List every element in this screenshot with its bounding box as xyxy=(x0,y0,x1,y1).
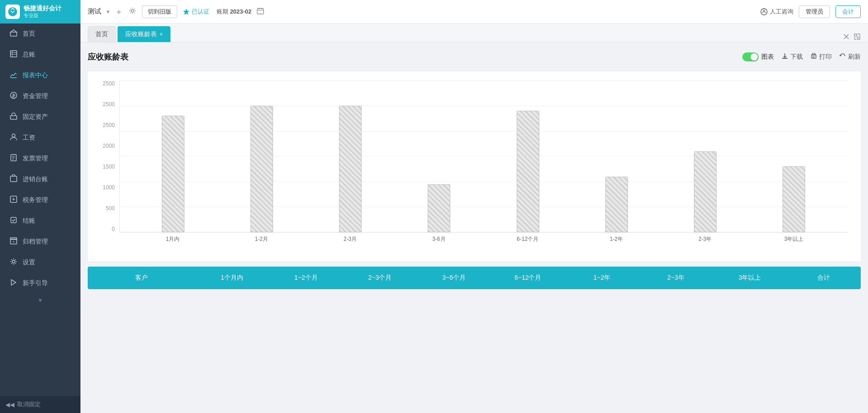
table-header-cell-6: 1~2年 xyxy=(565,267,639,289)
company-name: 测试 xyxy=(88,7,101,16)
tab-home[interactable]: 首页 xyxy=(88,26,116,42)
print-btn[interactable]: 打印 xyxy=(810,52,832,61)
chart-bar-group xyxy=(694,80,717,232)
table-header-cell-9: 合计 xyxy=(787,267,861,289)
sidebar-logo: 畅捷通好会计 专业版 xyxy=(0,0,80,23)
role-btn[interactable]: 会计 xyxy=(835,5,861,18)
purchase-label: 进销台账 xyxy=(23,175,48,183)
tabs-right-actions xyxy=(843,33,861,42)
tabs-bar: 首页 应收账龄表 × xyxy=(80,23,868,42)
capital-label: 资金管理 xyxy=(23,92,48,100)
sidebar-item-invoice[interactable]: 发票管理 xyxy=(0,148,80,169)
add-button[interactable]: ＋ xyxy=(115,6,123,17)
sidebar-item-archive[interactable]: 归档管理 xyxy=(0,231,80,252)
guide-icon xyxy=(9,278,18,288)
tab-close-icon[interactable]: × xyxy=(160,31,163,38)
cancel-fixed-btn[interactable]: ◀◀ 取消固定 xyxy=(0,396,80,413)
y-label-2000: 2000 xyxy=(103,143,115,149)
sidebar-item-assets[interactable]: 固定资产 xyxy=(0,107,80,127)
chart-bars xyxy=(120,80,847,232)
refresh-label: 刷新 xyxy=(848,53,861,61)
y-label-500: 500 xyxy=(106,205,115,211)
cancel-fixed-label: 取消固定 xyxy=(17,400,41,408)
sidebar-item-ledger[interactable]: 总账 xyxy=(0,44,80,65)
settings-button[interactable] xyxy=(128,7,137,17)
sidebar-item-settings[interactable]: 设置 xyxy=(0,252,80,273)
chart-x-labels: 1月内1-2月2-3月3-6月6-12个月1-2年2-3年3年以上 xyxy=(119,233,847,243)
chart-bar-6 xyxy=(694,151,717,232)
salary-label: 工资 xyxy=(23,134,35,142)
closing-icon xyxy=(9,216,18,226)
chart-bar-1 xyxy=(250,106,273,232)
switch-old-version-btn[interactable]: 切到旧版 xyxy=(142,5,177,18)
svg-rect-20 xyxy=(10,238,17,239)
pin-icon: ◀◀ xyxy=(5,401,14,408)
home-label: 首页 xyxy=(23,30,35,38)
svg-rect-33 xyxy=(854,34,857,36)
tax-icon xyxy=(9,195,18,205)
tab-receivable-label: 应收账龄表 xyxy=(125,30,157,38)
svg-point-24 xyxy=(131,9,134,12)
chart-bar-7 xyxy=(783,166,805,232)
sidebar: 畅捷通好会计 专业版 首页 总 xyxy=(0,0,80,413)
sidebar-item-closing[interactable]: 结账 xyxy=(0,211,80,231)
tab-expand-btn[interactable] xyxy=(854,33,861,42)
period-label: 账期 2023-02 xyxy=(217,8,251,16)
salary-icon xyxy=(9,133,18,143)
svg-marker-23 xyxy=(11,280,16,285)
svg-point-9 xyxy=(12,134,15,137)
sidebar-item-home[interactable]: 首页 xyxy=(0,23,80,44)
chart-y-axis: 2500 2500 2500 2000 1500 1000 500 0 xyxy=(97,80,119,243)
toggle-knob xyxy=(750,53,758,61)
chart-toggle[interactable]: 图表 xyxy=(742,52,774,61)
table-header-cell-5: 6~12个月 xyxy=(491,267,565,289)
guide-label: 新手引导 xyxy=(23,279,48,287)
svg-rect-39 xyxy=(782,58,788,59)
sidebar-item-purchase[interactable]: 进销台账 xyxy=(0,169,80,190)
chart-x-label-0: 1月内 xyxy=(161,235,184,243)
tab-home-label: 首页 xyxy=(95,30,108,38)
table-header-cell-7: 2~3年 xyxy=(639,267,713,289)
reports-icon xyxy=(9,70,18,80)
y-label-0: 0 xyxy=(112,226,115,232)
closing-label: 结账 xyxy=(23,217,35,225)
user-btn[interactable]: 管理员 xyxy=(799,5,830,18)
chart-bar-group xyxy=(162,80,184,232)
sidebar-logo-text: 畅捷通好会计 专业版 xyxy=(24,5,61,19)
topbar: 测试 ▾ ＋ 切到旧版 已认证 账期 2023-02 xyxy=(80,0,868,23)
svg-rect-8 xyxy=(10,116,17,119)
svg-rect-14 xyxy=(10,176,17,182)
tab-receivable[interactable]: 应收账龄表 × xyxy=(118,26,170,42)
certified-badge: 已认证 xyxy=(183,8,209,16)
download-btn[interactable]: 下载 xyxy=(781,52,803,61)
tax-label: 税务管理 xyxy=(23,196,48,204)
chart-bar-group xyxy=(783,80,805,232)
chart-bar-2 xyxy=(339,106,362,232)
sidebar-item-capital[interactable]: 资金管理 xyxy=(0,86,80,107)
sidebar-item-salary[interactable]: 工资 xyxy=(0,127,80,148)
invoice-icon xyxy=(9,154,18,164)
svg-rect-34 xyxy=(858,37,860,39)
chart-x-label-3: 3-6月 xyxy=(428,235,450,243)
ledger-icon xyxy=(9,50,18,60)
calendar-icon[interactable] xyxy=(257,7,264,16)
svg-rect-1 xyxy=(10,32,17,36)
sidebar-item-reports[interactable]: 报表中心 xyxy=(0,65,80,86)
y-label-1500: 1500 xyxy=(103,164,115,170)
svg-rect-41 xyxy=(812,53,815,55)
table-header-cell-0: 客户 xyxy=(88,267,195,289)
refresh-btn[interactable]: 刷新 xyxy=(839,52,861,61)
chart-bar-4 xyxy=(517,111,539,232)
sidebar-item-guide[interactable]: 新手引导 xyxy=(0,273,80,294)
page-title: 应收账龄表 xyxy=(88,52,128,62)
company-dropdown-icon[interactable]: ▾ xyxy=(107,9,109,15)
main-content: 测试 ▾ ＋ 切到旧版 已认证 账期 2023-02 xyxy=(80,0,868,413)
sidebar-nav: 首页 总账 报表中心 xyxy=(0,23,80,396)
archive-label: 归档管理 xyxy=(23,238,48,246)
chart-bar-3 xyxy=(428,184,450,232)
sidebar-item-tax[interactable]: 税务管理 xyxy=(0,190,80,211)
tab-close-btn[interactable] xyxy=(843,33,850,42)
table-header: 客户1个月内1~2个月2~3个月3~6个月6~12个月1~2年2~3年3年以上合… xyxy=(88,267,861,289)
toggle-switch[interactable] xyxy=(742,52,759,61)
service-btn[interactable]: 人工咨询 xyxy=(760,8,793,16)
